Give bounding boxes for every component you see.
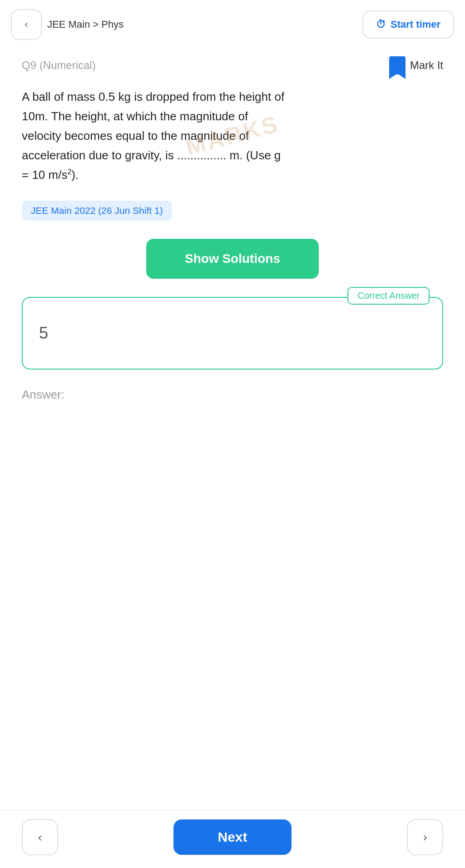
mark-it-label: Mark It	[410, 59, 443, 72]
next-button[interactable]: Next	[173, 819, 292, 855]
prev-button[interactable]: ‹	[22, 819, 58, 855]
question-line4: acceleration due to gravity, is ........…	[22, 148, 281, 162]
answer-section: Answer:	[22, 388, 443, 402]
breadcrumb: JEE Main > Phys	[47, 19, 124, 30]
correct-answer-box: 5	[22, 297, 443, 370]
header: ‹ JEE Main > Phys ⏱ Start timer	[0, 0, 465, 47]
timer-label: Start timer	[391, 19, 440, 30]
question-label: Q9 (Numerical)	[22, 59, 96, 72]
bookmark-icon	[389, 56, 406, 74]
correct-answer-value: 5	[39, 324, 48, 343]
timer-icon: ⏱	[376, 19, 386, 30]
question-line1: A ball of mass 0.5 kg is dropped from th…	[22, 90, 284, 104]
forward-button[interactable]: ›	[407, 819, 443, 855]
question-header: Q9 (Numerical) Mark It	[22, 56, 443, 74]
bottom-nav: ‹ Next ›	[0, 809, 465, 868]
question-tag: JEE Main 2022 (26 Jun Shift 1)	[22, 201, 172, 221]
answer-label: Answer:	[22, 388, 64, 401]
back-button[interactable]: ‹	[11, 9, 42, 40]
mark-it-button[interactable]: Mark It	[389, 56, 443, 74]
question-line3: velocity becomes equal to the magnitude …	[22, 129, 249, 143]
header-left: ‹ JEE Main > Phys	[11, 9, 124, 40]
correct-answer-label: Correct Answer	[347, 287, 430, 305]
question-text: MARKS A ball of mass 0.5 kg is dropped f…	[22, 87, 443, 184]
start-timer-button[interactable]: ⏱ Start timer	[362, 10, 454, 39]
main-content: Q9 (Numerical) Mark It MARKS A ball of m…	[0, 47, 465, 429]
show-solutions-button[interactable]: Show Solutions	[146, 239, 319, 279]
correct-answer-container: Correct Answer 5	[22, 297, 443, 370]
question-line5: = 10 m/s2).	[22, 168, 79, 182]
question-line2: 10m. The height, at which the magnitude …	[22, 109, 248, 123]
